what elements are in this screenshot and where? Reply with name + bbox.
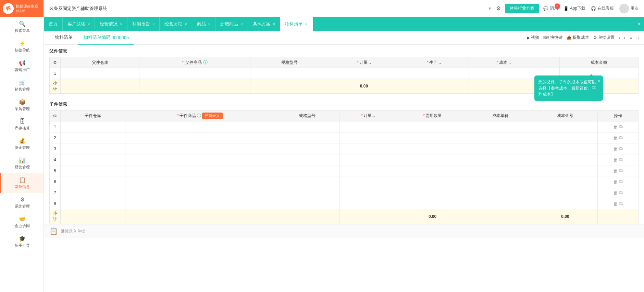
parent-cell-cost[interactable] — [469, 68, 539, 79]
tab-newgoods[interactable]: 新增商品 × — [215, 17, 248, 31]
child-cell-warehouse[interactable] — [61, 165, 125, 176]
tab-close-icon[interactable]: × — [120, 22, 122, 26]
child-cell-spec[interactable] — [275, 198, 339, 209]
sidebar-item-system[interactable]: ⚙ 系统管理 — [0, 193, 44, 212]
trial-button[interactable]: 体验行业方案 — [505, 4, 539, 13]
shortcut-button[interactable]: ⌨ 快捷键 — [543, 35, 562, 40]
sub-tab-detail[interactable]: 物料清单编码 0000005 — [78, 31, 134, 45]
child-cell-unit-cost[interactable] — [468, 187, 533, 198]
tab-customer[interactable]: 客户联络 × — [63, 17, 95, 31]
tab-home[interactable]: 首页 — [44, 17, 63, 31]
tab-goods[interactable]: 商品 × — [192, 17, 215, 31]
delete-row-button[interactable]: 🗑 — [613, 124, 618, 130]
child-cell-warehouse[interactable] — [61, 154, 125, 165]
copy-row-button[interactable]: ⧉ — [619, 135, 623, 141]
parent-cell-production[interactable] — [399, 68, 469, 79]
sub-tab-list[interactable]: 物料清单 — [49, 31, 78, 45]
tab-close-icon[interactable]: × — [273, 22, 275, 26]
child-cell-warehouse[interactable] — [61, 132, 125, 143]
child-cell-warehouse[interactable] — [61, 143, 125, 154]
delete-row-button[interactable]: 🗑 — [613, 179, 618, 185]
child-cell-spec[interactable] — [275, 176, 339, 187]
delete-row-button[interactable]: 🗑 — [613, 135, 618, 141]
sidebar-item-guide[interactable]: 🎓 新手引导 — [0, 232, 44, 252]
child-cell-goods[interactable] — [125, 154, 275, 165]
child-cell-spec[interactable] — [275, 121, 339, 132]
tab-close-icon[interactable]: × — [185, 22, 187, 26]
bottom-icon[interactable]: 📋 — [49, 227, 58, 235]
child-cell-spec[interactable] — [275, 187, 339, 198]
child-cell-unit-cost[interactable] — [468, 143, 533, 154]
copy-row-button[interactable]: ⧉ — [619, 201, 623, 207]
tab-close-icon[interactable]: × — [305, 22, 307, 26]
online-service-button[interactable]: 🎧 在线客服 — [591, 5, 614, 11]
child-cell-goods[interactable] — [125, 165, 275, 176]
tab-close-icon[interactable]: × — [152, 22, 154, 26]
child-cell-qty[interactable] — [397, 198, 468, 209]
child-cell-unit[interactable] — [339, 154, 397, 165]
sidebar-item-operations[interactable]: 📊 经营管理 — [0, 154, 44, 173]
child-cell-unit[interactable] — [339, 198, 397, 209]
copy-row-button[interactable]: ⧉ — [619, 124, 623, 130]
tab-history[interactable]: 经营历程 × — [160, 17, 192, 31]
delete-row-button[interactable]: 🗑 — [613, 146, 618, 152]
child-cell-unit-cost[interactable] — [468, 176, 533, 187]
topbar-gear-icon[interactable]: ⚙ — [496, 5, 501, 12]
child-cell-goods[interactable] — [125, 121, 275, 132]
child-cell-spec[interactable] — [275, 165, 339, 176]
user-button[interactable]: 用友 — [619, 4, 639, 13]
copy-row-button[interactable]: ⧉ — [619, 179, 623, 185]
child-cell-qty[interactable] — [397, 132, 468, 143]
sidebar-item-finance[interactable]: 💰 资金管理 — [0, 134, 44, 154]
child-cell-goods[interactable] — [125, 176, 275, 187]
child-cell-unit-cost[interactable] — [468, 165, 533, 176]
sidebar-item-marketing[interactable]: 📢 营销推广 — [0, 56, 44, 76]
child-cell-warehouse[interactable] — [61, 176, 125, 187]
child-cell-warehouse[interactable] — [61, 121, 125, 132]
child-cell-unit[interactable] — [339, 143, 397, 154]
system-dropdown-button[interactable]: ▼ — [488, 6, 492, 11]
child-cell-goods[interactable] — [125, 143, 275, 154]
child-cell-spec[interactable] — [275, 143, 339, 154]
tooltip-close-button[interactable]: × — [597, 78, 600, 85]
parent-cell-warehouse[interactable] — [61, 68, 139, 79]
tab-profit[interactable]: 利润报告 × — [127, 17, 160, 31]
parent-cell-unit[interactable] — [329, 68, 399, 79]
child-cell-unit-cost[interactable] — [468, 132, 533, 143]
app-download-button[interactable]: 📱 App下载 — [564, 5, 585, 11]
nav-expand-button[interactable]: ≡ — [630, 35, 632, 40]
child-cell-unit[interactable] — [339, 165, 397, 176]
sidebar-item-inventory[interactable]: 🗄 库存核算 — [0, 115, 44, 134]
child-cell-qty[interactable] — [397, 187, 468, 198]
tab-close-icon[interactable]: × — [208, 22, 210, 26]
single-settings-button[interactable]: ⚙ 单据设置 — [593, 35, 615, 40]
delete-row-button[interactable]: 🗑 — [613, 168, 618, 174]
child-cell-unit[interactable] — [339, 187, 397, 198]
child-cell-goods[interactable] — [125, 187, 275, 198]
copy-row-button[interactable]: ⧉ — [619, 157, 623, 163]
child-cell-unit-cost[interactable] — [468, 198, 533, 209]
delete-row-button[interactable]: 🗑 — [613, 201, 618, 207]
sidebar-item-basic[interactable]: 📋 基础信息 — [0, 173, 44, 193]
sidebar-item-purchase[interactable]: 📦 采购管理 — [0, 95, 44, 115]
tab-barcode[interactable]: 条码方案 × — [248, 17, 280, 31]
copy-row-button[interactable]: ⧉ — [619, 168, 623, 174]
sidebar-item-quicknav[interactable]: ⚡ 快捷导航 — [0, 37, 44, 56]
parent-cell-spec[interactable] — [250, 68, 329, 79]
delete-row-button[interactable]: 🗑 — [613, 190, 618, 196]
child-cell-qty[interactable] — [397, 143, 468, 154]
extract-cost-button[interactable]: 📤 提取成本 — [567, 35, 589, 40]
child-cell-warehouse[interactable] — [61, 187, 125, 198]
sidebar-item-collab[interactable]: 🤝 企业协同 — [0, 212, 44, 232]
delete-row-button[interactable]: 🗑 — [613, 157, 618, 163]
tab-operations[interactable]: 经营情况 × — [95, 17, 127, 31]
child-cell-qty[interactable] — [397, 165, 468, 176]
child-th-settings[interactable]: ⚙ — [50, 110, 61, 121]
child-cell-unit-cost[interactable] — [468, 154, 533, 165]
child-cell-goods[interactable] — [125, 198, 275, 209]
parent-cell-goods[interactable] — [139, 68, 250, 79]
child-cell-qty[interactable] — [397, 121, 468, 132]
tab-close-icon[interactable]: × — [240, 22, 243, 26]
tab-bom[interactable]: 物料清单 × — [280, 17, 312, 31]
child-cell-warehouse[interactable] — [61, 198, 125, 209]
